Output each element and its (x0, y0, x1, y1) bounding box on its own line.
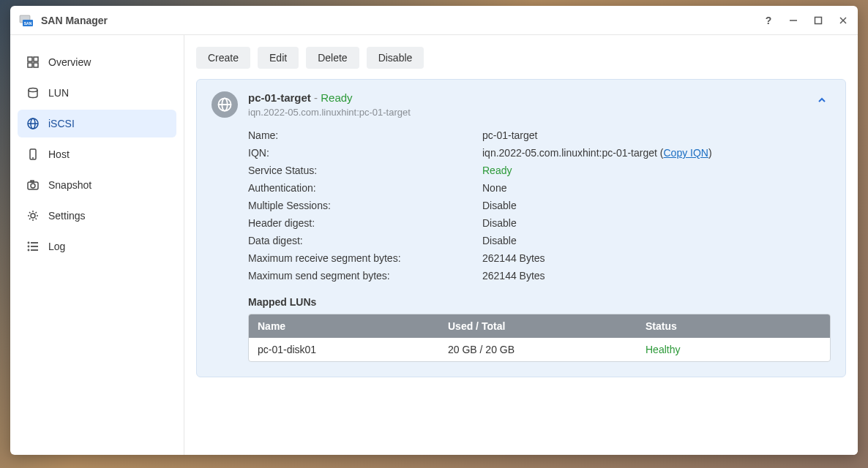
sidebar-item-label: iSCSI (48, 118, 75, 129)
detail-multiple-sessions: Multiple Sessions: Disable (248, 197, 831, 214)
detail-service-status: Service Status: Ready (248, 162, 831, 179)
detail-value: iqn.2022-05.com.linuxhint:pc-01-target (… (482, 147, 831, 159)
lun-status: Healthy (637, 338, 830, 361)
target-title: pc-01-target - Ready (248, 91, 803, 104)
sidebar-item-iscsi[interactable]: iSCSI (18, 110, 176, 137)
detail-label: Multiple Sessions: (248, 200, 482, 211)
sidebar-item-log[interactable]: Log (18, 233, 176, 260)
maximize-button[interactable] (812, 15, 824, 26)
target-status: Ready (321, 91, 352, 104)
disable-button[interactable]: Disable (367, 47, 424, 69)
detail-label: IQN: (248, 147, 482, 159)
detail-value: Disable (482, 217, 831, 229)
detail-value: None (482, 182, 831, 194)
lun-used: 20 GB / 20 GB (439, 338, 637, 361)
svg-text:SAN: SAN (24, 21, 32, 26)
app-window: SAN SAN Manager ? (10, 6, 858, 455)
detail-data-digest: Data digest: Disable (248, 232, 831, 249)
status-separator: - (311, 91, 321, 104)
col-header-name: Name (249, 314, 439, 338)
sidebar-item-settings[interactable]: Settings (18, 202, 176, 230)
minimize-button[interactable] (787, 15, 799, 26)
detail-iqn: IQN: iqn.2022-05.com.linuxhint:pc-01-tar… (248, 144, 831, 162)
svg-point-20 (31, 214, 35, 218)
sidebar-item-snapshot[interactable]: Snapshot (18, 171, 176, 199)
detail-label: Name: (248, 129, 482, 141)
san-manager-app-icon: SAN (19, 13, 34, 28)
sidebar: Overview LUN (10, 35, 184, 455)
detail-value: Disable (482, 235, 831, 246)
globe-icon (212, 91, 238, 118)
target-iqn-subtitle: iqn.2022-05.com.linuxhint:pc-01-target (248, 107, 803, 118)
disk-icon (26, 86, 40, 99)
detail-value: 262144 Bytes (482, 270, 831, 282)
mapped-luns-title: Mapped LUNs (248, 296, 831, 308)
camera-icon (26, 178, 40, 192)
globe-icon (26, 117, 40, 130)
window-controls: ? (763, 15, 849, 26)
chevron-up-icon[interactable] (813, 91, 831, 109)
svg-rect-7 (28, 57, 32, 61)
target-name: pc-01-target (248, 91, 311, 104)
svg-point-21 (29, 243, 29, 244)
detail-max-send: Maximum send segment bytes: 262144 Bytes (248, 267, 831, 284)
detail-authentication: Authentication: None (248, 179, 831, 197)
sidebar-item-label: Overview (48, 56, 91, 68)
detail-header-digest: Header digest: Disable (248, 214, 831, 232)
delete-button[interactable]: Delete (306, 47, 359, 69)
target-panel: pc-01-target - Ready iqn.2022-05.com.lin… (196, 79, 846, 377)
main-content: Create Edit Delete Disable (184, 35, 858, 455)
window-title: SAN Manager (41, 15, 763, 26)
table-row[interactable]: pc-01-disk01 20 GB / 20 GB Healthy (249, 338, 830, 361)
detail-name: Name: pc-01-target (248, 127, 831, 144)
detail-label: Service Status: (248, 165, 482, 176)
lun-name: pc-01-disk01 (249, 338, 439, 361)
iqn-text: iqn.2022-05.com.linuxhint:pc-01-target (482, 147, 657, 159)
sidebar-item-label: Settings (48, 210, 86, 222)
gear-icon (26, 209, 40, 222)
detail-max-recv: Maximum receive segment bytes: 262144 By… (248, 249, 831, 267)
col-header-used: Used / Total (439, 314, 637, 338)
paren-close: ) (708, 147, 712, 159)
sidebar-item-label: Snapshot (48, 179, 91, 191)
list-icon (26, 240, 40, 253)
mapped-luns-table: Name Used / Total Status pc-01-disk01 20… (248, 314, 831, 362)
detail-value: Ready (482, 165, 831, 176)
toolbar: Create Edit Delete Disable (196, 47, 846, 69)
col-header-status: Status (637, 314, 830, 338)
svg-rect-8 (34, 57, 38, 61)
svg-point-11 (29, 88, 37, 92)
sidebar-item-label: Host (48, 148, 70, 160)
target-title-group: pc-01-target - Ready iqn.2022-05.com.lin… (248, 91, 803, 118)
sidebar-item-overview[interactable]: Overview (18, 48, 176, 76)
svg-rect-9 (28, 63, 32, 67)
target-header[interactable]: pc-01-target - Ready iqn.2022-05.com.lin… (212, 91, 831, 118)
table-header: Name Used / Total Status (249, 314, 830, 338)
detail-label: Data digest: (248, 235, 482, 246)
help-button[interactable]: ? (763, 15, 774, 26)
detail-label: Authentication: (248, 182, 482, 194)
edit-button[interactable]: Edit (258, 47, 299, 69)
close-button[interactable] (837, 15, 849, 26)
grid-icon (26, 56, 40, 69)
device-icon (26, 148, 40, 161)
create-button[interactable]: Create (196, 47, 250, 69)
svg-rect-4 (815, 17, 822, 23)
detail-label: Maximum receive segment bytes: (248, 252, 482, 264)
sidebar-item-label: Log (48, 241, 65, 252)
sidebar-item-host[interactable]: Host (18, 140, 176, 168)
window-body: Overview LUN (10, 35, 858, 455)
detail-label: Maximum send segment bytes: (248, 270, 482, 282)
sidebar-item-lun[interactable]: LUN (18, 79, 176, 107)
detail-value: 262144 Bytes (482, 252, 831, 264)
copy-iqn-link[interactable]: Copy IQN (663, 147, 708, 159)
sidebar-item-label: LUN (48, 87, 69, 99)
titlebar: SAN SAN Manager ? (10, 6, 858, 35)
svg-rect-10 (34, 63, 38, 67)
detail-value: Disable (482, 200, 831, 211)
svg-rect-19 (31, 181, 34, 182)
detail-value: pc-01-target (482, 129, 831, 141)
detail-label: Header digest: (248, 217, 482, 229)
svg-point-25 (29, 250, 29, 251)
svg-point-23 (29, 246, 29, 247)
